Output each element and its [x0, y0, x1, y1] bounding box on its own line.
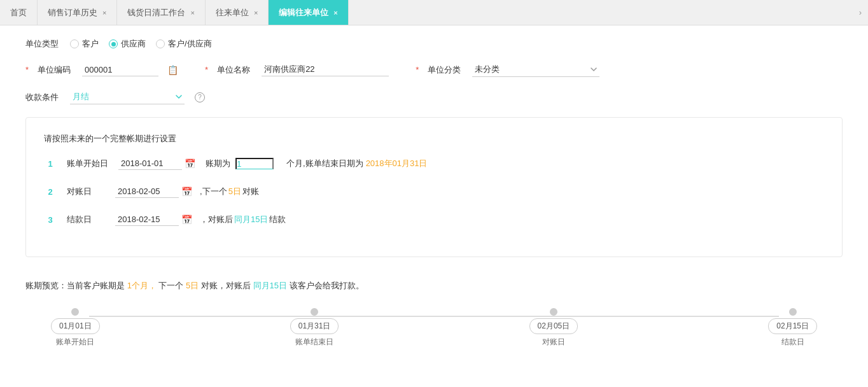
- code-copy-icon[interactable]: 📋: [167, 65, 178, 75]
- timeline-point-3: 02月05日 对账日: [529, 308, 578, 348]
- preview-middle2: 对账，对账后: [201, 281, 251, 290]
- page-content: 单位类型 客户 供应商 客户/供应商 * 单位编码 📋 * 单位名称: [0, 25, 868, 387]
- timeline-badge-4: 02月15日: [768, 318, 817, 334]
- radio-customer[interactable]: 客户: [70, 38, 99, 50]
- preview-middle: 下一个: [158, 281, 183, 290]
- category-dropdown-arrow: [591, 65, 597, 74]
- unit-type-label: 单位类型: [25, 38, 59, 50]
- tab-sales-history[interactable]: 销售订单历史 ×: [38, 0, 117, 25]
- timeline-dot-4: [789, 308, 797, 316]
- payment-dropdown[interactable]: 月结: [70, 90, 185, 104]
- close-tab-edit-partner[interactable]: ×: [333, 9, 337, 17]
- category-label: 单位分类: [428, 64, 461, 76]
- period-label-2: 对账日: [67, 186, 105, 197]
- preview-highlight1: 1个月，: [127, 281, 157, 290]
- preview-highlight3: 同月15日: [253, 281, 287, 290]
- unit-type-row: 单位类型 客户 供应商 客户/供应商: [25, 38, 843, 50]
- period-end-date: 2018年01月31日: [366, 158, 428, 169]
- timeline-label-2: 账单结束日: [295, 337, 333, 348]
- category-dropdown[interactable]: 未分类: [472, 62, 599, 77]
- preview-suffix: 该客户会给我打款。: [290, 281, 364, 290]
- start-date-input[interactable]: [118, 157, 182, 170]
- code-name-category-row: * 单位编码 📋 * 单位名称 * 单位分类 未分类: [25, 62, 843, 77]
- unit-type-radio-group: 客户 供应商 客户/供应商: [70, 38, 212, 50]
- period-months-input[interactable]: [235, 158, 274, 169]
- name-input[interactable]: [262, 64, 389, 76]
- timeline-label-4: 结款日: [781, 337, 804, 348]
- timeline-point-4: 02月15日 结款日: [768, 308, 817, 348]
- period-hint-1a: 账期为: [206, 158, 230, 169]
- close-tab-sales[interactable]: ×: [102, 9, 106, 17]
- timeline-badge-3: 02月05日: [529, 318, 578, 334]
- tab-cash-workbench[interactable]: 钱货日清工作台 ×: [117, 0, 205, 25]
- radio-circle-customer: [70, 39, 79, 48]
- period-row-2: 2 对账日 📅 ,下一个 5日 对账: [44, 185, 824, 198]
- name-required: *: [205, 65, 208, 74]
- timeline-point-2: 01月31日 账单结束日: [290, 308, 339, 348]
- radio-circle-supplier: [109, 39, 118, 48]
- category-value: 未分类: [475, 64, 588, 75]
- timeline-badge-1: 01月01日: [51, 318, 100, 334]
- reconcile-date-cal[interactable]: 📅: [181, 186, 192, 197]
- payment-value: 月结: [73, 91, 176, 102]
- timeline-label-3: 对账日: [542, 337, 565, 348]
- reconcile-day-highlight: 5日: [228, 186, 241, 197]
- radio-circle-both: [156, 39, 165, 48]
- timeline-dot-2: [311, 308, 318, 316]
- preview-prefix: 账期预览：当前客户账期是: [25, 281, 125, 290]
- payment-date-input[interactable]: [115, 213, 179, 226]
- panel-box: 请按照未来的一个完整帐期进行设置 1 账单开始日 📅 账期为 个月,账单结束日期…: [25, 117, 843, 257]
- code-required: *: [25, 65, 29, 74]
- reconcile-date-input[interactable]: [115, 185, 179, 198]
- code-input[interactable]: [82, 64, 158, 76]
- tab-bar: 首页 销售订单历史 × 钱货日清工作台 × 往来单位 × 编辑往来单位 × ›: [0, 0, 868, 25]
- payment-date-cal[interactable]: 📅: [181, 215, 192, 225]
- start-date-cal[interactable]: 📅: [185, 158, 195, 169]
- period-label-3: 结款日: [67, 214, 105, 225]
- timeline-points: 01月01日 账单开始日 01月31日 账单结束日 02月05日 对账日 02月…: [51, 308, 817, 348]
- help-icon[interactable]: ?: [195, 92, 205, 102]
- tab-home[interactable]: 首页: [0, 0, 38, 25]
- payment-row: 收款条件 月结 ?: [25, 90, 843, 104]
- preview-row: 账期预览：当前客户账期是 1个月， 下一个 5日 对账，对账后 同月15日 该客…: [25, 270, 843, 302]
- timeline-point-1: 01月01日 账单开始日: [51, 308, 100, 348]
- timeline-dot-1: [71, 308, 79, 316]
- category-required: *: [416, 65, 419, 74]
- code-label: 单位编码: [38, 64, 71, 76]
- timeline-wrapper: 01月01日 账单开始日 01月31日 账单结束日 02月05日 对账日 02月…: [25, 302, 843, 348]
- payment-day-highlight: 同月15日: [234, 214, 268, 225]
- tab-scroll-right[interactable]: ›: [853, 8, 868, 17]
- period-hint-3b: 结款: [269, 214, 286, 225]
- period-num-1: 1: [44, 159, 57, 169]
- period-row-1: 1 账单开始日 📅 账期为 个月,账单结束日期为 2018年01月31日: [44, 157, 824, 170]
- period-label-1: 账单开始日: [67, 158, 108, 169]
- name-label: 单位名称: [217, 64, 250, 76]
- payment-dropdown-arrow: [176, 92, 182, 102]
- radio-supplier[interactable]: 供应商: [109, 38, 146, 50]
- preview-highlight2: 5日: [186, 281, 199, 290]
- close-tab-cash[interactable]: ×: [190, 9, 194, 17]
- period-hint-2b: 对账: [242, 186, 259, 197]
- timeline-label-1: 账单开始日: [56, 337, 94, 348]
- close-tab-partner[interactable]: ×: [254, 9, 258, 17]
- period-num-2: 2: [44, 187, 57, 197]
- period-hint-1b: 个月,账单结束日期为: [286, 158, 363, 169]
- tab-partner[interactable]: 往来单位 ×: [206, 0, 269, 25]
- timeline-dot-3: [550, 308, 557, 316]
- timeline-badge-2: 01月31日: [290, 318, 339, 334]
- period-num-3: 3: [44, 215, 57, 225]
- period-row-3: 3 结款日 📅 ，对账后 同月15日 结款: [44, 213, 824, 226]
- tab-edit-partner[interactable]: 编辑往来单位 ×: [269, 0, 348, 25]
- period-hint-2a: ,下一个: [200, 186, 227, 197]
- radio-customer-supplier[interactable]: 客户/供应商: [156, 38, 212, 50]
- period-hint-3a: ，对账后: [200, 214, 233, 225]
- radio-dot-supplier: [111, 42, 116, 46]
- panel-title: 请按照未来的一个完整帐期进行设置: [44, 133, 824, 144]
- payment-label: 收款条件: [25, 92, 59, 103]
